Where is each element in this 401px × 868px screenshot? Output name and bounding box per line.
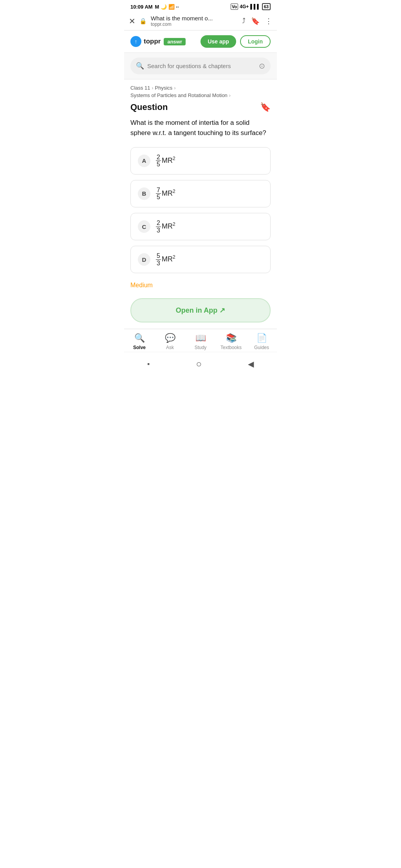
breadcrumb-chapter[interactable]: Systems of Particles and Rotational Moti… — [130, 92, 228, 98]
browser-icons: ⤴ 🔖 ⋮ — [242, 17, 272, 25]
option-b[interactable]: B 7 5 MR2 — [130, 180, 271, 207]
option-a-text: 2 5 MR2 — [156, 154, 175, 168]
use-app-button[interactable]: Use app — [200, 35, 236, 48]
textbooks-label: Textbooks — [220, 345, 242, 350]
nav-item-solve[interactable]: 🔍 Solve — [128, 333, 151, 350]
option-b-text: 7 5 MR2 — [156, 187, 175, 201]
ask-icon: 💬 — [165, 333, 175, 343]
toppr-icon: ↑ — [130, 36, 141, 47]
logo-area: ↑ toppr answr — [130, 36, 186, 47]
breadcrumb-sep-2: › — [174, 85, 175, 91]
android-square-button[interactable]: ▪ — [147, 360, 150, 368]
question-section: Question 🔖 What is the moment of interti… — [124, 101, 277, 273]
difficulty-label: Medium — [130, 282, 153, 288]
fraction-d: 5 3 — [156, 252, 161, 267]
question-text: What is the moment of intertia for a sol… — [130, 118, 271, 139]
android-nav-bar: ▪ ○ ◀ — [124, 352, 277, 377]
solve-label: Solve — [133, 345, 146, 350]
signal-icon: 4G+ — [240, 4, 249, 9]
bottom-nav: 🔍 Solve 💬 Ask 📖 Study 📚 Textbooks 📄 Guid… — [124, 329, 277, 352]
difficulty-section: Medium — [124, 279, 277, 295]
login-button[interactable]: Login — [240, 35, 271, 48]
textbooks-icon: 📚 — [226, 333, 237, 343]
option-c[interactable]: C 2 3 MR2 — [130, 213, 271, 240]
status-left: 10:09 AM M 🌙 📶 ·· — [130, 4, 179, 10]
question-bookmark-button[interactable]: 🔖 — [260, 102, 271, 112]
study-label: Study — [195, 345, 207, 350]
breadcrumb-class[interactable]: Class 11 — [130, 85, 150, 91]
nav-item-guides[interactable]: 📄 Guides — [250, 333, 273, 350]
nav-item-study[interactable]: 📖 Study — [189, 333, 212, 350]
status-right: Vo 4G+ ▌▌▌ 63 — [231, 3, 271, 10]
search-input[interactable] — [147, 63, 256, 69]
breadcrumb-sep-1: › — [152, 85, 154, 91]
android-home-button[interactable]: ○ — [196, 358, 202, 369]
answr-badge: answr — [164, 38, 186, 45]
top-nav: ↑ toppr answr Use app Login — [124, 31, 277, 53]
more-icon[interactable]: ⋮ — [265, 17, 272, 25]
ask-label: Ask — [166, 345, 174, 350]
browser-bar: ✕ 🔒 What is the moment o... toppr.com ⤴ … — [124, 12, 277, 31]
open-app-section: Open in App ↗ — [124, 295, 277, 329]
toppr-text: toppr — [144, 38, 161, 45]
superscript-d: 2 — [173, 254, 175, 260]
page-url: toppr.com — [151, 22, 238, 27]
search-section: 🔍 ⊙ — [124, 53, 277, 79]
signal-bars: ▌▌▌ — [250, 4, 260, 9]
open-app-button[interactable]: Open in App ↗ — [130, 298, 271, 322]
bookmark-icon[interactable]: 🔖 — [251, 17, 260, 25]
question-header: Question 🔖 — [130, 101, 271, 112]
question-title: Question — [130, 102, 168, 112]
guides-icon: 📄 — [256, 333, 267, 343]
solve-icon: 🔍 — [134, 333, 145, 343]
close-button[interactable]: ✕ — [129, 16, 135, 26]
breadcrumb-physics[interactable]: Physics — [155, 85, 173, 91]
status-bar: 10:09 AM M 🌙 📶 ·· Vo 4G+ ▌▌▌ 63 — [124, 0, 277, 12]
superscript-c: 2 — [173, 222, 175, 227]
breadcrumb-sep-3: › — [229, 93, 231, 98]
superscript-b: 2 — [173, 189, 175, 194]
search-icon: 🔍 — [136, 62, 144, 70]
nav-item-ask[interactable]: 💬 Ask — [158, 333, 182, 350]
page-title: What is the moment o... — [151, 15, 238, 22]
search-bar[interactable]: 🔍 ⊙ — [130, 58, 271, 74]
study-icon: 📖 — [195, 333, 206, 343]
breadcrumb: Class 11 › Physics › Systems of Particle… — [124, 79, 277, 101]
fraction-b: 7 5 — [156, 187, 161, 201]
fraction-a: 2 5 — [156, 154, 161, 168]
browser-title: What is the moment o... toppr.com — [151, 15, 238, 27]
lock-icon: 🔒 — [139, 18, 147, 25]
superscript-a: 2 — [173, 156, 175, 161]
option-d-letter: D — [138, 253, 150, 266]
option-c-text: 2 3 MR2 — [156, 220, 175, 234]
option-a-letter: A — [138, 155, 150, 167]
option-b-letter: B — [138, 187, 150, 200]
fraction-c: 2 3 — [156, 220, 161, 234]
guides-label: Guides — [254, 345, 269, 350]
share-icon[interactable]: ⤴ — [242, 17, 246, 25]
camera-icon[interactable]: ⊙ — [259, 61, 265, 70]
nav-item-textbooks[interactable]: 📚 Textbooks — [219, 333, 243, 350]
option-d[interactable]: D 5 3 MR2 — [130, 246, 271, 273]
android-back-button[interactable]: ◀ — [248, 359, 254, 369]
battery-indicator: 63 — [262, 3, 271, 10]
status-time: 10:09 AM — [130, 4, 153, 10]
option-c-letter: C — [138, 220, 150, 233]
toppr-logo: ↑ toppr — [130, 36, 161, 47]
status-icons: M 🌙 📶 ·· — [155, 4, 179, 10]
nav-buttons: Use app Login — [200, 35, 271, 48]
option-a[interactable]: A 2 5 MR2 — [130, 147, 271, 175]
option-d-text: 5 3 MR2 — [156, 252, 175, 267]
lte-icon: Vo — [231, 4, 238, 10]
